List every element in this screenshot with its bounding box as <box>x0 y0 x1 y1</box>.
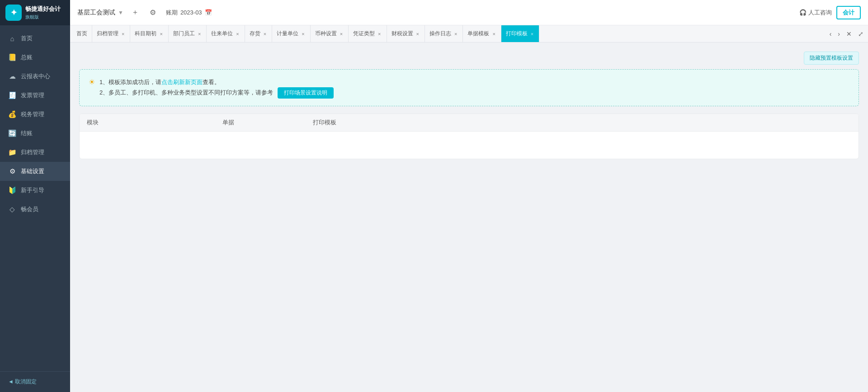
tab-label-tax-settings: 财税设置 <box>392 30 413 38</box>
company-name: 基层工会测试 <box>77 9 115 17</box>
table-body <box>80 132 859 159</box>
sidebar-unpin[interactable]: ◄ 取消固定 <box>0 371 70 392</box>
tab-operation-log[interactable]: 操作日志× <box>425 25 463 42</box>
tab-close-unit[interactable]: × <box>301 31 305 37</box>
add-tab-button[interactable]: ＋ <box>129 6 142 19</box>
info-box: ☀ 1、模板添加成功后，请点击刷新新页面查看。 2、多员工、多打印机、多种业务类… <box>79 69 859 106</box>
bulb-icon: ☀ <box>89 78 95 86</box>
tab-label-unit: 计量单位 <box>277 30 298 38</box>
sidebar-nav: ⌂首页📒总账☁云报表中心🧾发票管理💰税务管理🔄结账📁归档管理⚙基础设置🔰新手引导… <box>0 25 70 371</box>
sidebar: ✦ 畅捷通好会计 旗舰版 ⌂首页📒总账☁云报表中心🧾发票管理💰税务管理🔄结账📁归… <box>0 0 70 392</box>
sidebar-item-beginner[interactable]: 🔰新手引导 <box>0 181 70 200</box>
tab-unit[interactable]: 计量单位× <box>272 25 310 42</box>
tab-close-all-button[interactable]: ✕ <box>844 28 854 39</box>
tab-label-partner: 往来单位 <box>211 30 233 38</box>
tab-label-single-doc: 单据模板 <box>467 30 489 38</box>
tab-close-operation-log[interactable]: × <box>453 31 458 37</box>
tab-single-doc[interactable]: 单据模板× <box>463 25 501 42</box>
tab-close-subject-init[interactable]: × <box>159 31 163 37</box>
topbar: 基层工会测试 ▼ ＋ ⚙ 账期 2023-03 📅 🎧 人工咨询 会计 <box>70 0 868 25</box>
info-line-1: 1、模板添加成功后，请点击刷新新页面查看。 <box>99 77 334 87</box>
tab-close-partner[interactable]: × <box>235 31 240 37</box>
tab-close-inventory[interactable]: × <box>263 31 267 37</box>
headset-icon: 🎧 <box>799 9 807 16</box>
tab-close-tax-settings[interactable]: × <box>415 31 420 37</box>
tab-label-subject-init: 科目期初 <box>135 30 156 38</box>
tab-subject-init[interactable]: 科目期初× <box>130 25 168 42</box>
logo-icon: ✦ <box>5 5 22 21</box>
sidebar-label-ledger: 总账 <box>21 53 33 61</box>
tab-department[interactable]: 部门员工× <box>169 25 207 42</box>
tax-icon: 💰 <box>8 110 16 118</box>
sidebar-label-archive: 归档管理 <box>21 148 44 156</box>
tab-archive-mgmt[interactable]: 归档管理× <box>92 25 130 42</box>
support-button[interactable]: 🎧 人工咨询 <box>799 9 832 17</box>
logo-title: 畅捷通好会计 <box>25 5 61 13</box>
sidebar-item-member[interactable]: ◇畅会员 <box>0 200 70 219</box>
main-area: 基层工会测试 ▼ ＋ ⚙ 账期 2023-03 📅 🎧 人工咨询 会计 首页归档… <box>70 0 868 392</box>
hide-preset-template-button[interactable]: 隐藏预置模板设置 <box>804 52 859 65</box>
account-button[interactable]: 会计 <box>836 6 861 19</box>
period-label: 账期 <box>166 9 178 17</box>
tab-print-template[interactable]: 打印模板× <box>501 25 539 42</box>
print-template-table: 模块 单据 打印模板 <box>79 113 859 159</box>
col-header-module: 模块 <box>80 114 215 131</box>
tab-label-home: 首页 <box>76 30 87 38</box>
tab-close-voucher-type[interactable]: × <box>377 31 382 37</box>
tab-close-single-doc[interactable]: × <box>491 31 496 37</box>
sidebar-item-home[interactable]: ⌂首页 <box>0 29 70 48</box>
refresh-page-link[interactable]: 点击刷新新页面 <box>161 79 203 85</box>
tab-inventory[interactable]: 存货× <box>245 25 272 42</box>
tab-scroll-right-button[interactable]: › <box>835 28 843 39</box>
settings-button[interactable]: ⚙ <box>147 6 159 19</box>
info-line1-prefix: 1、模板添加成功后，请 <box>99 79 161 85</box>
tab-tax-settings[interactable]: 财税设置× <box>387 25 425 42</box>
home-icon: ⌂ <box>8 35 16 43</box>
table-header: 模块 单据 打印模板 <box>80 114 859 132</box>
sidebar-item-archive[interactable]: 📁归档管理 <box>0 143 70 162</box>
col-header-doc: 单据 <box>215 114 306 131</box>
sidebar-label-member: 畅会员 <box>21 205 38 213</box>
tab-maximize-button[interactable]: ⤢ <box>855 28 866 39</box>
col-header-template: 打印模板 <box>306 114 859 131</box>
member-icon: ◇ <box>8 205 16 213</box>
beginner-icon: 🔰 <box>8 186 16 194</box>
info-line-2: 2、多员工、多打印机、多种业务类型设置不同打印方案等，请参考 打印场景设置说明 <box>99 87 334 99</box>
tab-partner[interactable]: 往来单位× <box>207 25 245 42</box>
tab-close-currency[interactable]: × <box>339 31 344 37</box>
sidebar-item-basic-settings[interactable]: ⚙基础设置 <box>0 162 70 181</box>
tab-home[interactable]: 首页 <box>72 25 92 42</box>
tab-label-operation-log: 操作日志 <box>429 30 451 38</box>
sidebar-label-basic-settings: 基础设置 <box>21 167 44 175</box>
basic-settings-icon: ⚙ <box>8 167 16 175</box>
sidebar-item-ledger[interactable]: 📒总账 <box>0 48 70 67</box>
tab-label-inventory: 存货 <box>250 30 260 38</box>
sidebar-item-settlement[interactable]: 🔄结账 <box>0 124 70 143</box>
tab-close-archive-mgmt[interactable]: × <box>121 31 125 37</box>
sidebar-item-cloud-reports[interactable]: ☁云报表中心 <box>0 67 70 86</box>
archive-icon: 📁 <box>8 148 16 156</box>
info-line2-prefix: 2、多员工、多打印机、多种业务类型设置不同打印方案等，请参考 <box>99 89 273 96</box>
topbar-actions: ＋ ⚙ <box>129 6 159 19</box>
invoice-icon: 🧾 <box>8 91 16 99</box>
sidebar-item-invoice[interactable]: 🧾发票管理 <box>0 86 70 105</box>
info-box-content: ☀ 1、模板添加成功后，请点击刷新新页面查看。 2、多员工、多打印机、多种业务类… <box>89 77 849 99</box>
ledger-icon: 📒 <box>8 53 16 61</box>
sidebar-label-home: 首页 <box>21 34 33 43</box>
calendar-icon[interactable]: 📅 <box>205 9 212 16</box>
content-area: 隐藏预置模板设置 ☀ 1、模板添加成功后，请点击刷新新页面查看。 2、多员工、多… <box>70 43 868 392</box>
cloud-reports-icon: ☁ <box>8 72 16 80</box>
sidebar-label-cloud-reports: 云报表中心 <box>21 72 50 80</box>
tab-label-print-template: 打印模板 <box>506 30 528 38</box>
sidebar-item-tax[interactable]: 💰税务管理 <box>0 105 70 124</box>
tab-scroll-left-button[interactable]: ‹ <box>827 28 835 39</box>
tab-currency[interactable]: 币种设置× <box>311 25 349 42</box>
tab-voucher-type[interactable]: 凭证类型× <box>349 25 387 42</box>
tab-close-print-template[interactable]: × <box>530 31 534 37</box>
print-scene-help-button[interactable]: 打印场景设置说明 <box>278 87 334 99</box>
period-info: 账期 2023-03 📅 <box>166 9 212 17</box>
tab-nav-buttons: ‹ › ✕ ⤢ <box>827 28 866 39</box>
dropdown-chevron-icon[interactable]: ▼ <box>118 9 123 16</box>
unpin-label: ◄ 取消固定 <box>8 378 37 386</box>
tab-close-department[interactable]: × <box>197 31 202 37</box>
